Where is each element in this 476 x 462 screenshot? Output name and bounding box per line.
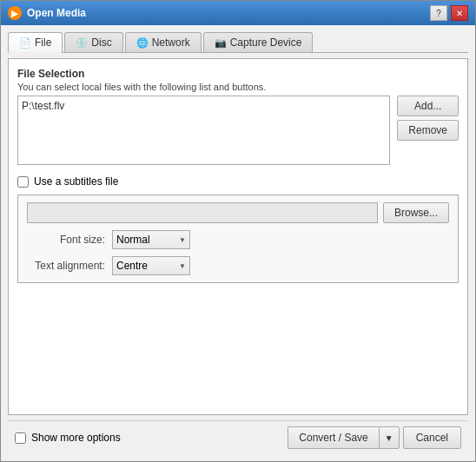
tab-network-label: Network <box>152 36 190 49</box>
text-alignment-row: Text alignment: Centre Left Right <box>27 256 449 275</box>
bottom-bar: Show more options Convert / Save ▼ Cance… <box>8 420 468 454</box>
bottom-buttons: Convert / Save ▼ Cancel <box>288 426 461 449</box>
convert-save-button[interactable]: Convert / Save <box>288 426 378 449</box>
tab-disc-label: Disc <box>91 36 111 49</box>
convert-dropdown-button[interactable]: ▼ <box>379 426 400 449</box>
tab-file[interactable]: 📄 File <box>8 32 63 53</box>
close-button[interactable]: ✕ <box>451 5 468 21</box>
convert-button-group: Convert / Save ▼ <box>288 426 399 449</box>
show-more-label: Show more options <box>31 432 121 444</box>
file-selection-area: P:\test.flv Add... Remove <box>17 96 459 165</box>
subtitles-checkbox-row: Use a subtitles file <box>17 175 459 188</box>
help-button[interactable]: ? <box>430 5 447 21</box>
tab-disc[interactable]: 💿 Disc <box>64 32 122 52</box>
file-selection-desc: You can select local files with the foll… <box>17 82 459 92</box>
file-list[interactable]: P:\test.flv <box>17 96 390 165</box>
font-size-row: Font size: Normal Small Large Smaller La… <box>27 230 449 249</box>
window-title: Open Media <box>27 7 86 19</box>
tab-capture-label: Capture Device <box>230 36 302 49</box>
spacer <box>17 290 459 406</box>
subtitle-path-input[interactable] <box>27 202 378 223</box>
file-entry: P:\test.flv <box>22 100 386 112</box>
font-size-select-wrapper: Normal Small Large Smaller Larger <box>112 230 190 249</box>
browse-button[interactable]: Browse... <box>383 202 449 223</box>
main-panel: File Selection You can select local file… <box>8 58 468 415</box>
title-bar-left: ▶ Open Media <box>8 6 86 20</box>
show-more-row: Show more options <box>15 432 121 444</box>
vlc-logo-icon: ▶ <box>8 6 22 20</box>
disc-tab-icon: 💿 <box>76 37 88 49</box>
content-area: 📄 File 💿 Disc 🌐 Network 📷 Capture Device… <box>1 25 475 461</box>
title-bar: ▶ Open Media ? ✕ <box>1 1 475 25</box>
file-selection-section: File Selection You can select local file… <box>17 68 459 165</box>
tab-bar: 📄 File 💿 Disc 🌐 Network 📷 Capture Device <box>8 32 468 53</box>
capture-tab-icon: 📷 <box>215 37 227 49</box>
file-tab-icon: 📄 <box>19 37 31 49</box>
text-alignment-label: Text alignment: <box>27 260 105 272</box>
subtitles-checkbox-label: Use a subtitles file <box>34 175 118 188</box>
file-buttons: Add... Remove <box>397 96 459 141</box>
subtitles-panel: Browse... Font size: Normal Small Large … <box>17 195 459 283</box>
remove-button[interactable]: Remove <box>397 120 459 141</box>
tab-network[interactable]: 🌐 Network <box>125 32 202 52</box>
subtitle-browse-row: Browse... <box>27 202 449 223</box>
text-align-select[interactable]: Centre Left Right <box>112 256 190 275</box>
show-more-checkbox[interactable] <box>15 432 26 444</box>
network-tab-icon: 🌐 <box>136 37 149 49</box>
title-buttons: ? ✕ <box>430 5 468 21</box>
text-align-select-wrapper: Centre Left Right <box>112 256 190 275</box>
tab-capture[interactable]: 📷 Capture Device <box>203 32 314 52</box>
font-size-select[interactable]: Normal Small Large Smaller Larger <box>112 230 190 249</box>
file-selection-title: File Selection <box>17 68 459 80</box>
subtitles-checkbox[interactable] <box>17 176 29 188</box>
open-media-window: ▶ Open Media ? ✕ 📄 File 💿 Disc 🌐 Network… <box>0 0 476 462</box>
cancel-button[interactable]: Cancel <box>403 426 461 449</box>
tab-file-label: File <box>35 36 51 49</box>
add-button[interactable]: Add... <box>397 96 459 116</box>
font-size-label: Font size: <box>27 234 105 246</box>
